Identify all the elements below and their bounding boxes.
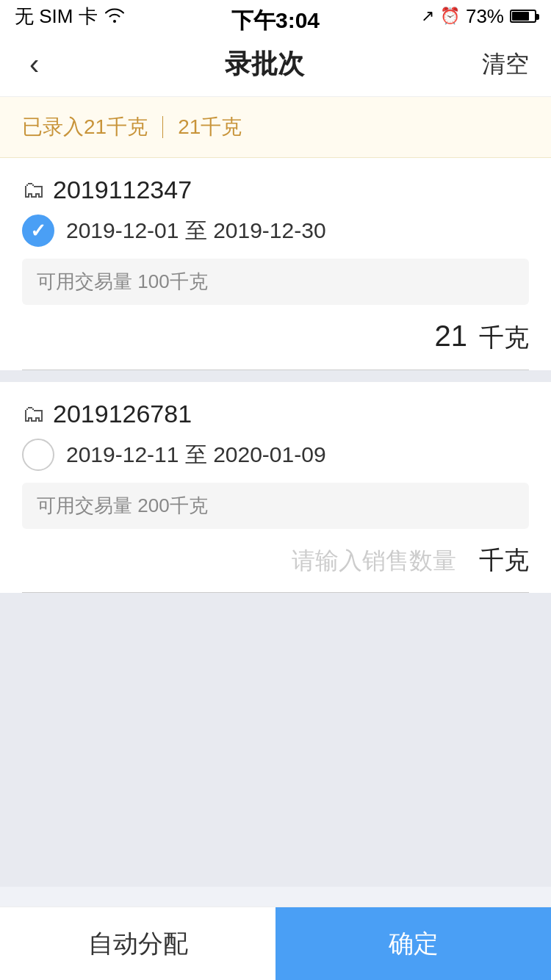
- summary-label: 已录入21千克: [22, 113, 148, 141]
- batch-number-1: 2019112347: [53, 176, 192, 204]
- radio-unchecked-2[interactable]: [22, 439, 54, 471]
- batch-number-2: 2019126781: [53, 400, 192, 428]
- auto-distribute-button[interactable]: 自动分配: [0, 907, 276, 980]
- radio-checked-1[interactable]: [22, 215, 54, 247]
- status-bar: 无 SIM 卡 下午3:04 ↗ ⏰ 73%: [0, 0, 551, 32]
- empty-area: [0, 593, 551, 887]
- batch-header-2: 🗂 2019126781: [0, 382, 551, 434]
- content-area: 已录入21千克 21千克 🗂 2019112347 2019-12-01 至 2…: [0, 97, 551, 907]
- available-text-2: 可用交易量 200千克: [37, 494, 208, 516]
- summary-value: 21千克: [178, 113, 242, 141]
- batch-doc-icon-1: 🗂: [22, 176, 46, 203]
- back-button[interactable]: ‹: [22, 40, 46, 88]
- summary-bar: 已录入21千克 21千克: [0, 97, 551, 158]
- page-title: 录批次: [225, 46, 304, 82]
- summary-divider: [162, 116, 163, 138]
- available-row-1: 可用交易量 100千克: [22, 259, 529, 305]
- quantity-input-row-2[interactable]: 千克: [0, 529, 551, 592]
- batch-card-1: 🗂 2019112347 2019-12-01 至 2019-12-30 可用交…: [0, 158, 551, 370]
- alarm-icon: ⏰: [440, 7, 460, 26]
- clear-button[interactable]: 清空: [482, 48, 529, 81]
- batch-date-1: 2019-12-01 至 2019-12-30: [66, 216, 326, 246]
- nav-bar: ‹ 录批次 清空: [0, 32, 551, 97]
- battery-icon: [510, 10, 536, 23]
- section-divider: [0, 370, 551, 382]
- bottom-bar: 自动分配 确定: [0, 907, 551, 980]
- location-icon: ↗: [421, 7, 434, 26]
- battery-text: 73%: [466, 5, 504, 28]
- carrier-text: 无 SIM 卡: [15, 4, 98, 29]
- confirm-button[interactable]: 确定: [276, 907, 551, 980]
- quantity-row-1: 21 千克: [0, 305, 551, 370]
- status-time: 下午3:04: [231, 6, 320, 36]
- available-text-1: 可用交易量 100千克: [37, 270, 208, 292]
- batch-doc-icon-2: 🗂: [22, 400, 46, 428]
- batch-header-1: 🗂 2019112347: [0, 158, 551, 210]
- status-left: 无 SIM 卡: [15, 4, 126, 29]
- quantity-input-2[interactable]: [247, 547, 467, 574]
- batch-date-2: 2019-12-11 至 2020-01-09: [66, 440, 326, 470]
- batch-card-2: 🗂 2019126781 2019-12-11 至 2020-01-09 可用交…: [0, 382, 551, 593]
- quantity-unit-1: 千克: [479, 321, 529, 355]
- status-right: ↗ ⏰ 73%: [421, 5, 536, 28]
- available-row-2: 可用交易量 200千克: [22, 483, 529, 529]
- batch-row-1[interactable]: 2019-12-01 至 2019-12-30: [0, 210, 551, 251]
- quantity-unit-2: 千克: [479, 544, 529, 577]
- batch-row-2[interactable]: 2019-12-11 至 2020-01-09: [0, 434, 551, 475]
- wifi-icon: [104, 5, 126, 28]
- quantity-value-1: 21: [435, 320, 468, 353]
